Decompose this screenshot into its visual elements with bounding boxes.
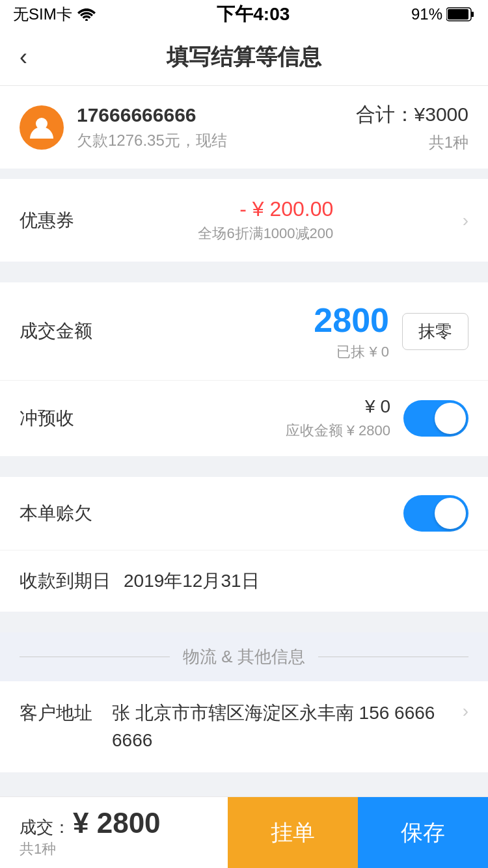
customer-card: 17666666666 欠款1276.35元，现结 合计：¥3000 共1种 (0, 86, 488, 169)
bottom-deal-row: 成交： ¥ 2800 (20, 807, 208, 839)
deal-sub: 已抹 ¥ 0 (314, 342, 389, 362)
address-chevron-icon: › (463, 699, 468, 722)
wifi-icon (77, 8, 96, 21)
bottom-summary: 成交： ¥ 2800 共1种 (0, 807, 228, 859)
address-row[interactable]: 客户地址 张 北京市市辖区海淀区永丰南 156 6666 6666 › (0, 681, 488, 772)
address-label: 客户地址 (20, 699, 92, 726)
status-time: 下午4:03 (217, 2, 290, 27)
svg-point-0 (85, 19, 88, 21)
customer-phone: 17666666666 (77, 104, 356, 126)
discount-desc: 全场6折满1000减200 (198, 224, 333, 243)
nav-bar: ‹ 填写结算等信息 (0, 29, 488, 86)
customer-row: 17666666666 欠款1276.35元，现结 合计：¥3000 共1种 (0, 86, 488, 169)
due-date-value: 2019年12月31日 (124, 569, 260, 593)
logistics-header: 物流 & 其他信息 (0, 632, 488, 681)
deal-label: 成交金额 (20, 319, 92, 344)
status-bar: 无SIM卡 下午4:03 91% (0, 0, 488, 29)
header-line-left (20, 657, 170, 657)
sim-status: 无SIM卡 (13, 4, 72, 25)
discount-label: 优惠券 (20, 208, 74, 233)
save-button[interactable]: 保存 (358, 797, 488, 869)
address-value: 张 北京市市辖区海淀区永丰南 156 6666 6666 (112, 699, 452, 754)
discount-right: - ¥ 200.00 全场6折满1000减200 (198, 197, 333, 243)
deal-amount-row: 成交金额 2800 已抹 ¥ 0 抹零 (0, 282, 488, 380)
bottom-bar: 成交： ¥ 2800 共1种 挂单 保存 (0, 796, 488, 868)
prepay-label: 冲预收 (20, 406, 74, 431)
logistics-label: 物流 & 其他信息 (183, 645, 305, 668)
svg-rect-2 (471, 12, 474, 17)
debt-row: 本单赊欠 (0, 477, 488, 550)
debt-card: 本单赊欠 收款到期日 2019年12月31日 (0, 477, 488, 612)
section-divider-3 (0, 622, 488, 632)
discount-card: 优惠券 - ¥ 200.00 全场6折满1000减200 › (0, 179, 488, 262)
bottom-count: 共1种 (20, 839, 208, 859)
address-card: 客户地址 张 北京市市辖区海淀区永丰南 156 6666 6666 › (0, 681, 488, 772)
main-content: 17666666666 欠款1276.35元，现结 合计：¥3000 共1种 优… (0, 86, 488, 854)
back-button[interactable]: ‹ (20, 44, 27, 71)
bottom-deal-label: 成交： (20, 816, 70, 839)
prepay-row: 冲预收 ¥ 0 应收金额 ¥ 2800 (0, 381, 488, 456)
prepay-sub: 应收金额 ¥ 2800 (286, 421, 390, 441)
debt-toggle-knob (435, 498, 466, 529)
deal-amount-wrap: 2800 已抹 ¥ 0 (314, 301, 389, 362)
prepay-right: ¥ 0 应收金额 ¥ 2800 (286, 396, 390, 441)
discount-chevron-icon: › (463, 210, 468, 231)
battery-icon (446, 7, 475, 21)
customer-debt: 欠款1276.35元，现结 (77, 130, 356, 151)
section-divider-2 (0, 467, 488, 477)
header-line-right (318, 657, 468, 657)
deal-card: 成交金额 2800 已抹 ¥ 0 抹零 冲预收 ¥ 0 应收金额 ¥ 2800 (0, 282, 488, 456)
page-title: 填写结算等信息 (167, 42, 321, 72)
section-divider-1 (0, 272, 488, 282)
prepay-amount: ¥ 0 (365, 396, 390, 417)
avatar-icon (28, 114, 55, 141)
discount-value: - ¥ 200.00 (239, 197, 333, 221)
customer-total: 合计：¥3000 共1种 (356, 102, 468, 153)
pending-button[interactable]: 挂单 (228, 797, 358, 869)
bottom-deal-amount: ¥ 2800 (73, 807, 161, 839)
battery-percent: 91% (411, 5, 442, 23)
svg-rect-3 (448, 9, 468, 20)
due-date-row: 收款到期日 2019年12月31日 (0, 550, 488, 612)
total-amount: 合计：¥3000 (356, 102, 468, 128)
status-left: 无SIM卡 (13, 4, 96, 25)
debt-toggle[interactable] (403, 495, 468, 532)
due-date-label: 收款到期日 (20, 569, 111, 593)
avatar (20, 105, 64, 150)
prepay-toggle[interactable] (403, 400, 468, 437)
debt-label: 本单赊欠 (20, 501, 92, 526)
total-count: 共1种 (356, 132, 468, 153)
status-right: 91% (411, 5, 475, 23)
deal-right: 2800 已抹 ¥ 0 抹零 (314, 301, 468, 362)
prepay-toggle-knob (435, 403, 466, 434)
round-button[interactable]: 抹零 (402, 313, 468, 350)
customer-info: 17666666666 欠款1276.35元，现结 (77, 104, 356, 151)
deal-amount: 2800 (314, 301, 389, 340)
discount-row[interactable]: 优惠券 - ¥ 200.00 全场6折满1000减200 › (0, 179, 488, 262)
